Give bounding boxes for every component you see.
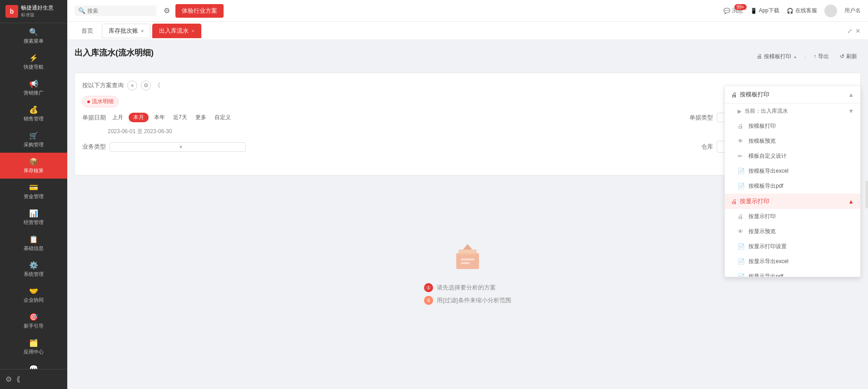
tab-home[interactable]: 首页 [75, 24, 100, 38]
display-section-label: 按显示打印 [740, 197, 769, 205]
date-options: 上月 本月 本年 近7天 更多 自定义 [110, 113, 234, 122]
date-option-thisyear[interactable]: 本年 [151, 113, 168, 122]
sidebar-item-wechat[interactable]: 💬 企业微信 [0, 360, 67, 369]
add-search-button[interactable]: + [127, 80, 137, 90]
shortcut-icon: ⚡ [29, 54, 38, 62]
search-icon: 🔍 [78, 7, 85, 14]
dropdown-item-template-preview[interactable]: 👁 按模板预览 [725, 134, 860, 149]
template-pdf-icon: 📄 [738, 183, 745, 190]
refresh-button[interactable]: ↺ 刷新 [836, 51, 861, 62]
chip-label: 流水明细 [92, 98, 114, 105]
topbar-actions: ⚙ [164, 6, 170, 15]
collapse-sidebar-icon[interactable]: ⟪ [16, 375, 20, 384]
guide-label: 新手引导 [24, 323, 44, 329]
topbar: 🔍 ⚙ 体验行业方案 💬 消息 99+ 📱 App下载 🎧 [67, 0, 868, 22]
dropdown-item-display-print[interactable]: 🖨 按显示打印 [725, 209, 860, 224]
dropdown-display-section-header[interactable]: 🖨 按显示打印 ▲ [725, 194, 860, 209]
sidebar-item-guide[interactable]: 🎯 新手引导 [0, 308, 67, 334]
tab-maximize-icon[interactable]: ⤢ [847, 27, 853, 35]
dropdown-item-template-customize[interactable]: ✏ 模板自定义设计 [725, 149, 860, 164]
search-header-label: 按以下方案查询 [82, 81, 124, 90]
current-expand-icon[interactable]: ▼ [848, 108, 854, 115]
basic-label: 基础信息 [24, 245, 44, 252]
svg-rect-0 [456, 253, 479, 269]
dropdown-header-arrow-icon[interactable]: ▲ [848, 91, 854, 98]
dropdown-item-display-preview[interactable]: 👁 按显示预览 [725, 224, 860, 239]
sidebar-item-collab[interactable]: 🤝 企业协同 [0, 282, 67, 308]
biz-type-select[interactable]: ▼ [110, 142, 246, 152]
customer-service-button[interactable]: 🎧 在线客服 [787, 7, 817, 15]
print-icon: 🖨 [757, 53, 762, 60]
sidebar-item-basic[interactable]: 📋 基础信息 [0, 230, 67, 256]
search-icon: 🔍 [29, 28, 38, 36]
sidebar-item-shortcut[interactable]: ⚡ 快捷导航 [0, 49, 67, 75]
biz-type-label: 业务类型 [82, 143, 106, 151]
tab-close-all-icon[interactable]: ✕ [855, 27, 861, 35]
date-option-more[interactable]: 更多 [193, 113, 209, 122]
tab-inventory-batch-close[interactable]: × [141, 28, 144, 34]
search-input[interactable] [87, 8, 142, 14]
app-name: 畅捷通好生意 [21, 5, 54, 12]
search-chip[interactable]: 流水明细 [82, 96, 119, 107]
message-button[interactable]: 💬 消息 99+ [723, 7, 743, 15]
trial-button[interactable]: 体验行业方案 [175, 4, 224, 18]
app-sub: 标准版 [21, 12, 54, 18]
user-avatar[interactable] [824, 5, 837, 17]
search-collapse-button[interactable]: 《 [155, 81, 160, 90]
dropdown-item-template-print[interactable]: 🖨 按模板打印 [725, 119, 860, 134]
date-option-7days[interactable]: 近7天 [170, 113, 190, 122]
dropdown-item-display-excel[interactable]: 📄 按显示导出excel [725, 254, 860, 269]
export-icon: ↑ [813, 53, 816, 60]
dropdown-item-template-excel[interactable]: 📄 按模板导出excel [725, 164, 860, 179]
finance-label: 资金管理 [24, 193, 44, 200]
dropdown-item-display-pdf[interactable]: 📄 按显示导出pdf [725, 269, 860, 277]
topbar-search-box[interactable]: 🔍 [75, 5, 156, 16]
export-button[interactable]: ↑ 导出 [810, 51, 833, 62]
chip-dot [87, 100, 90, 103]
operation-label: 经营管理 [24, 219, 44, 226]
display-excel-label: 按显示导出excel [748, 258, 788, 265]
display-print-settings-icon: 📄 [738, 243, 745, 250]
date-option-thismonth[interactable]: 本月 [129, 113, 149, 122]
search-settings-button[interactable]: ⚙ [141, 80, 151, 90]
sidebar-item-sales[interactable]: 💰 销售管理 [0, 101, 67, 127]
sidebar-item-purchase[interactable]: 🛒 采购管理 [0, 127, 67, 153]
sidebar-item-appcenter[interactable]: 🗂️ 应用中心 [0, 334, 67, 360]
purchase-icon: 🛒 [29, 131, 38, 140]
print-template-button[interactable]: 🖨 按模板打印 ▲ [753, 51, 801, 62]
tab-inventory-flow-close[interactable]: × [191, 28, 194, 34]
display-pdf-icon: 📄 [738, 273, 745, 277]
sidebar-item-system[interactable]: ⚙️ 系统管理 [0, 256, 67, 282]
template-print-icon: 🖨 [738, 123, 745, 130]
display-preview-icon: 👁 [738, 228, 745, 235]
logo-text-area: 畅捷通好生意 标准版 [21, 5, 54, 18]
dropdown-current: ▶ 当前：出入库流水 ▼ [725, 104, 860, 119]
app-download-button[interactable]: 📱 App下载 [750, 7, 779, 15]
tab-inventory-flow[interactable]: 出入库流水 × [152, 24, 201, 38]
guide-icon: 🎯 [29, 313, 38, 321]
date-option-custom[interactable]: 自定义 [212, 113, 234, 122]
right-scroll-edge[interactable] [865, 181, 868, 208]
display-pdf-label: 按显示导出pdf [748, 273, 783, 277]
sidebar-item-finance[interactable]: 💳 资金管理 [0, 179, 67, 204]
message-badge: 99+ [734, 4, 747, 10]
tabbar-right: ⤢ ✕ [847, 27, 861, 35]
app-download-icon: 📱 [750, 8, 757, 14]
gear-icon[interactable]: ⚙ [164, 6, 170, 15]
sidebar-item-inventory[interactable]: 📦 库存核算 [0, 153, 67, 179]
dropdown-item-display-print-settings[interactable]: 📄 按显示打印设置 [725, 239, 860, 254]
dropdown-item-template-pdf[interactable]: 📄 按模板导出pdf [725, 179, 860, 194]
tab-inventory-batch[interactable]: 库存批次账 × [102, 24, 150, 38]
display-section-title: 🖨 按显示打印 [731, 197, 769, 205]
display-section-arrow-icon: ▲ [848, 198, 854, 205]
date-option-lastmonth[interactable]: 上月 [110, 113, 126, 122]
export-label: 导出 [818, 53, 829, 60]
sidebar-item-marketing[interactable]: 📢 营销推广 [0, 75, 67, 101]
doc-type-label: 单据类型 [689, 114, 713, 122]
settings-footer-icon[interactable]: ⚙ [5, 375, 12, 384]
print-template-label: 按模板打印 [764, 53, 791, 60]
shortcut-label: 快捷导航 [24, 64, 44, 70]
sidebar-item-operation[interactable]: 📊 经营管理 [0, 204, 67, 230]
sidebar-item-search[interactable]: 🔍 搜索菜单 [0, 23, 67, 49]
sales-label: 销售管理 [24, 115, 44, 122]
